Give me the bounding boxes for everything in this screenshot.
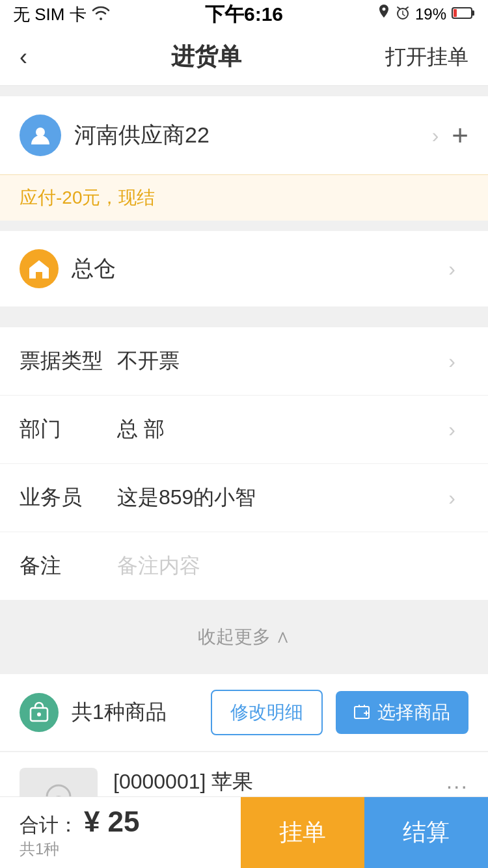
- more-options-button[interactable]: ···: [446, 773, 468, 798]
- select-product-label: 选择商品: [377, 700, 450, 725]
- supplier-section: 河南供应商22 › + 应付-20元，现结: [0, 96, 488, 221]
- collapse-row[interactable]: 收起更多 ∧: [0, 610, 488, 664]
- supplier-name: 河南供应商22: [74, 120, 432, 150]
- total-amount: ¥ 25: [84, 806, 140, 837]
- product-header: 共1种商品 修改明细 选择商品: [0, 674, 488, 751]
- select-product-button[interactable]: 选择商品: [336, 691, 468, 734]
- collapse-label: 收起更多 ∧: [198, 627, 291, 647]
- status-right: 19%: [377, 5, 475, 24]
- dept-value: 总 部: [111, 415, 448, 444]
- supplier-row[interactable]: 河南供应商22 › +: [0, 96, 488, 174]
- top-divider: [0, 86, 488, 96]
- invoice-chevron-icon: ›: [448, 349, 455, 373]
- remark-row[interactable]: 备注 备注内容: [0, 532, 488, 600]
- salesperson-row[interactable]: 业务员 这是859的小智 ›: [0, 464, 488, 532]
- dept-label: 部门: [20, 415, 111, 444]
- battery-label: 19%: [415, 5, 446, 23]
- supplier-avatar: [20, 115, 61, 156]
- form-section: 票据类型 不开票 › 部门 总 部 › 业务员 这是859的小智 › 备注 备注…: [0, 327, 488, 600]
- warehouse-name: 总仓: [72, 254, 448, 284]
- dept-row[interactable]: 部门 总 部 ›: [0, 396, 488, 464]
- sim-label: 无 SIM 卡: [13, 3, 87, 26]
- warehouse-chevron-icon: ›: [448, 257, 455, 281]
- total-count: 共1种: [20, 839, 221, 860]
- total-label: 合计：: [20, 814, 78, 835]
- warehouse-row[interactable]: 总仓 ›: [0, 231, 488, 306]
- alarm-icon: [396, 5, 410, 24]
- status-time: 下午6:16: [205, 1, 283, 28]
- bottom-bar: 合计： ¥ 25 共1种 挂单 结算: [0, 796, 488, 868]
- remark-input[interactable]: 备注内容: [111, 552, 468, 580]
- product-icon: [20, 693, 59, 732]
- back-button[interactable]: ‹: [20, 44, 27, 71]
- divider-3: [0, 664, 488, 674]
- warehouse-icon: [20, 249, 59, 288]
- svg-point-7: [37, 712, 41, 716]
- battery-icon: [452, 5, 475, 23]
- salesperson-label: 业务员: [20, 483, 111, 512]
- salesperson-value: 这是859的小智: [111, 483, 448, 512]
- nav-bar: ‹ 进货单 打开挂单: [0, 29, 488, 86]
- svg-point-4: [36, 128, 45, 137]
- product-name: [0000001] 苹果: [113, 768, 431, 796]
- edit-detail-button[interactable]: 修改明细: [211, 690, 323, 735]
- location-icon: [377, 5, 390, 24]
- remark-label: 备注: [20, 552, 111, 580]
- page-title: 进货单: [171, 41, 241, 73]
- svg-rect-2: [472, 10, 474, 16]
- invoice-label: 票据类型: [20, 347, 111, 375]
- supplier-chevron-icon: ›: [432, 124, 439, 148]
- svg-rect-5: [36, 272, 42, 278]
- status-left: 无 SIM 卡: [13, 3, 110, 26]
- svg-rect-3: [454, 9, 457, 17]
- invoice-value: 不开票: [111, 347, 448, 375]
- divider-2: [0, 317, 488, 327]
- hang-order-button[interactable]: 挂单: [241, 797, 364, 869]
- settle-button[interactable]: 结算: [364, 797, 488, 869]
- divider-1: [0, 221, 488, 231]
- product-count: 共1种商品: [72, 698, 198, 727]
- salesperson-chevron-icon: ›: [448, 486, 455, 510]
- wifi-icon: [92, 5, 110, 25]
- dept-chevron-icon: ›: [448, 418, 455, 442]
- open-hang-button[interactable]: 打开挂单: [385, 43, 468, 72]
- status-bar: 无 SIM 卡 下午6:16 19%: [0, 0, 488, 29]
- warehouse-section: 总仓 ›: [0, 231, 488, 306]
- add-supplier-button[interactable]: +: [452, 121, 468, 150]
- invoice-row[interactable]: 票据类型 不开票 ›: [0, 327, 488, 396]
- total-section: 合计： ¥ 25 共1种: [0, 806, 241, 860]
- supplier-notice: 应付-20元，现结: [0, 174, 488, 221]
